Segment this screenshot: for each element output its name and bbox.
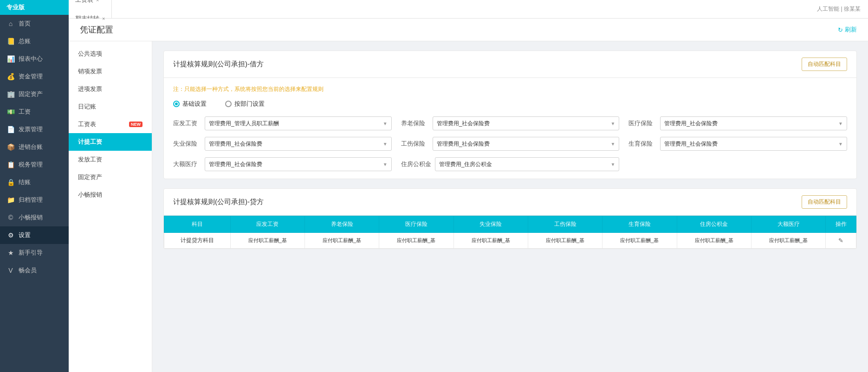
- form-select-养老保险[interactable]: 管理费用_社会保险费 ▼: [433, 116, 620, 130]
- form-row-生育保险: 生育保险 管理费用_社会保险费 ▼: [628, 137, 847, 151]
- sidebar-item-tax[interactable]: 📋 税务管理: [0, 156, 69, 173]
- table-cell-action[interactable]: ✎: [826, 233, 856, 249]
- form-label-住房公积金: 住房公积金: [401, 160, 431, 168]
- sidebar-label-payroll: 工资: [19, 108, 31, 116]
- table-cell-subject: 计提贷方科目: [164, 233, 231, 249]
- sidebar-icon-assets: 🏢: [6, 90, 15, 98]
- form-label-工伤保险: 工伤保险: [401, 140, 429, 148]
- inner-nav: 公共选项销项发票进项发票日记账工资表NEW计提工资发放工资固定资产小畅报销: [69, 41, 152, 372]
- sidebar-item-invoice[interactable]: 📄 发票管理: [0, 121, 69, 138]
- sidebar-item-close[interactable]: 🔒 结账: [0, 173, 69, 191]
- sidebar-item-home[interactable]: ⌂ 首页: [0, 15, 69, 32]
- inner-nav-public[interactable]: 公共选项: [69, 45, 152, 63]
- table-row: 计提贷方科目应付职工薪酬_基应付职工薪酬_基应付职工薪酬_基应付职工薪酬_基应付…: [164, 233, 856, 249]
- col-header-工伤保险: 工伤保险: [528, 216, 602, 233]
- form-select-住房公积金[interactable]: 管理费用_住房公积金 ▼: [435, 157, 620, 171]
- sidebar-item-archive[interactable]: 📁 归档管理: [0, 191, 69, 209]
- sidebar-item-ledger[interactable]: 📒 总账: [0, 32, 69, 50]
- inner-nav-issue-payroll[interactable]: 发放工资: [69, 151, 152, 168]
- inner-layout: 公共选项销项发票进项发票日记账工资表NEW计提工资发放工资固定资产小畅报销 计提…: [69, 41, 868, 372]
- sidebar-item-fund[interactable]: 💰 资金管理: [0, 68, 69, 85]
- sidebar-label-archive: 归档管理: [19, 196, 43, 204]
- form-select-value-养老保险: 管理费用_社会保险费: [437, 120, 490, 128]
- debit-note: 注：只能选择一种方式，系统将按照您当前的选择来配置规则: [173, 85, 847, 93]
- table-cell-value-3: 应付职工薪酬_基: [453, 233, 528, 249]
- sidebar-label-member: 畅会员: [19, 266, 37, 275]
- form-select-工伤保险[interactable]: 管理费用_社会保险费 ▼: [433, 137, 620, 151]
- sidebar-label-ledger: 总账: [19, 37, 31, 45]
- sidebar-item-report[interactable]: 📊 报表中心: [0, 50, 69, 68]
- tab-payroll[interactable]: 工资表×: [69, 0, 112, 9]
- inner-nav-journal[interactable]: 日记账: [69, 98, 152, 115]
- form-select-value-大额医疗: 管理费用_社会保险费: [209, 160, 262, 168]
- section-credit-body: 科目应发工资养老保险医疗保险失业保险工伤保险生育保险住房公积金大额医疗操作 计提…: [164, 216, 856, 249]
- refresh-button[interactable]: ↻ 刷新: [838, 26, 857, 34]
- inner-nav-calc-payroll[interactable]: 计提工资: [69, 133, 152, 151]
- form-select-失业保险[interactable]: 管理费用_社会保险费 ▼: [205, 137, 392, 151]
- form-select-value-工伤保险: 管理费用_社会保险费: [437, 140, 490, 148]
- edit-icon[interactable]: ✎: [838, 237, 843, 244]
- tab-close-period-close[interactable]: ×: [102, 16, 105, 21]
- inner-nav-fixed-assets[interactable]: 固定资产: [69, 168, 152, 186]
- form-row-失业保险: 失业保险 管理费用_社会保险费 ▼: [173, 137, 392, 151]
- radio-dept-circle: [225, 101, 232, 107]
- form-select-大额医疗[interactable]: 管理费用_社会保险费 ▼: [205, 157, 392, 171]
- form-select-医疗保险[interactable]: 管理费用_社会保险费 ▼: [660, 116, 847, 130]
- sidebar-icon-xiaochang: ©: [6, 214, 15, 221]
- tab-label-payroll: 工资表: [75, 0, 93, 4]
- user-area: 人工智能 | 徐某某: [817, 5, 861, 13]
- inner-nav-label-public: 公共选项: [78, 50, 102, 58]
- sidebar-icon-invoice: 📄: [6, 126, 15, 133]
- form-label-医疗保险: 医疗保险: [628, 119, 656, 128]
- form-select-应发工资[interactable]: 管理费用_管理人员职工薪酬 ▼: [205, 116, 392, 130]
- sidebar-label-tax: 税务管理: [19, 160, 43, 169]
- sidebar-icon-home: ⌂: [6, 20, 15, 27]
- form-select-生育保险[interactable]: 管理费用_社会保险费 ▼: [660, 137, 847, 151]
- form-label-失业保险: 失业保险: [173, 140, 201, 148]
- col-header-生育保险: 生育保险: [602, 216, 677, 233]
- auto-match-credit-button[interactable]: 自动匹配科目: [802, 195, 847, 209]
- table-cell-value-4: 应付职工薪酬_基: [528, 233, 602, 249]
- form-row-养老保险: 养老保险 管理费用_社会保险费 ▼: [401, 116, 620, 130]
- table-cell-value-1: 应付职工薪酬_基: [304, 233, 379, 249]
- radio-group: 基础设置 按部门设置: [173, 100, 847, 108]
- tab-close-payroll[interactable]: ×: [96, 0, 99, 3]
- sidebar-icon-guide: ★: [6, 249, 15, 257]
- inner-nav-label-payroll-table: 工资表: [78, 120, 96, 128]
- sidebar-item-settings[interactable]: ⚙ 设置: [0, 226, 69, 244]
- sidebar-icon-payroll: 💵: [6, 108, 15, 115]
- sidebar-item-assets[interactable]: 🏢 固定资产: [0, 85, 69, 103]
- section-debit-header: 计提核算规则(公司承担)-借方 自动匹配科目: [164, 51, 856, 78]
- radio-dept[interactable]: 按部门设置: [225, 100, 265, 108]
- sidebar-label-home: 首页: [19, 19, 31, 28]
- select-arrow-大额医疗: ▼: [383, 162, 388, 167]
- topbar: 首页工资表×期末结转×凭证配置× 人工智能 | 徐某某: [69, 0, 868, 19]
- inner-nav-payroll-table[interactable]: 工资表NEW: [69, 115, 152, 133]
- form-row-住房公积金: 住房公积金 管理费用_住房公积金 ▼: [401, 157, 620, 171]
- tab-close-voucher-config[interactable]: ×: [102, 34, 105, 40]
- sidebar-item-xiaochang[interactable]: © 小畅报销: [0, 209, 69, 226]
- sidebar-item-payroll[interactable]: 💵 工资: [0, 103, 69, 121]
- sidebar-label-settings: 设置: [19, 231, 31, 239]
- debit-form-grid: 应发工资 管理费用_管理人员职工薪酬 ▼ 养老保险 管理费用_社会保险费 ▼ 医…: [173, 116, 847, 171]
- page-title: 凭证配置: [80, 24, 113, 35]
- col-header-失业保险: 失业保险: [453, 216, 528, 233]
- inner-nav-xiaochang-report[interactable]: 小畅报销: [69, 186, 152, 204]
- inner-nav-input-invoice[interactable]: 进项发票: [69, 80, 152, 98]
- sidebar-item-stock[interactable]: 📦 进销台账: [0, 138, 69, 156]
- table-cell-value-6: 应付职工薪酬_基: [677, 233, 751, 249]
- auto-match-debit-button[interactable]: 自动匹配科目: [802, 58, 847, 71]
- inner-nav-red-invoice[interactable]: 销项发票: [69, 63, 152, 80]
- form-row-应发工资: 应发工资 管理费用_管理人员职工薪酬 ▼: [173, 116, 392, 130]
- sidebar-icon-stock: 📦: [6, 143, 15, 151]
- main-content: 计提核算规则(公司承担)-借方 自动匹配科目 注：只能选择一种方式，系统将按照您…: [152, 41, 868, 372]
- sidebar-item-guide[interactable]: ★ 新手引导: [0, 244, 69, 262]
- radio-basic[interactable]: 基础设置: [173, 100, 207, 108]
- table-cell-value-7: 应付职工薪酬_基: [751, 233, 825, 249]
- brand-label: 专业版: [0, 0, 69, 15]
- credit-table: 科目应发工资养老保险医疗保险失业保险工伤保险生育保险住房公积金大额医疗操作 计提…: [164, 216, 856, 249]
- topbar-actions: 人工智能 | 徐某某: [817, 5, 868, 13]
- sidebar-item-member[interactable]: V 畅会员: [0, 262, 69, 279]
- sidebar-icon-fund: 💰: [6, 73, 15, 80]
- main-area: 首页工资表×期末结转×凭证配置× 人工智能 | 徐某某 凭证配置 ↻ 刷新 公共…: [69, 0, 868, 372]
